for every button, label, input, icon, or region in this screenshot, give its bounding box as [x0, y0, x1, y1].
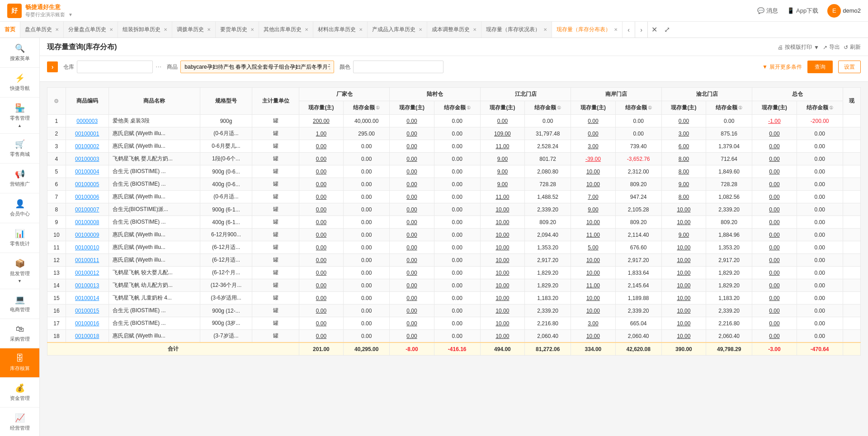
row-yubei-qty[interactable]: 9.00 [661, 178, 706, 191]
row-factory-qty[interactable]: 200.00 [299, 115, 343, 127]
row-yubei-qty[interactable]: 10.00 [661, 254, 706, 267]
tab-cailiao[interactable]: 材料出库单历史 ✕ [313, 22, 368, 38]
row-total-qty[interactable]: 0.00 [752, 127, 797, 140]
row-total-qty[interactable]: 0.00 [752, 178, 797, 191]
row-factory-qty[interactable]: 0.00 [299, 191, 343, 203]
tab-kucun-status[interactable]: 现存量（库存状况表）✕ [481, 22, 552, 38]
row-factory-qty[interactable]: 1.00 [299, 127, 343, 140]
dropdown-icon[interactable]: ▼ [68, 12, 73, 17]
row-yubei-qty[interactable]: 10.00 [661, 216, 706, 229]
row-code[interactable]: 00100016 [66, 317, 108, 330]
tab-close-icon[interactable]: ✕ [55, 27, 59, 32]
row-total-qty[interactable]: 0.00 [752, 267, 797, 279]
sidebar-item-purchase[interactable]: 🛍 采购管理 [0, 319, 39, 348]
tab-close-icon[interactable]: ✕ [250, 27, 254, 32]
row-jiangbei-qty[interactable]: 9.00 [480, 178, 524, 191]
row-code[interactable]: 00100009 [66, 229, 108, 241]
row-lucun-qty[interactable]: 0.00 [390, 191, 434, 203]
row-factory-qty[interactable]: 0.00 [299, 178, 343, 191]
row-jiangbei-qty[interactable]: 11.00 [480, 140, 524, 153]
gear-icon[interactable]: ⚙ [54, 98, 59, 104]
row-lucun-qty[interactable]: 0.00 [390, 165, 434, 178]
export-btn[interactable]: ↗ 导出 [823, 43, 840, 51]
sidebar-item-marketing[interactable]: 📢 营销推广 [0, 164, 39, 193]
row-lucun-qty[interactable]: 0.00 [390, 115, 434, 127]
row-lucun-qty[interactable]: 0.00 [390, 292, 434, 305]
row-lucun-qty[interactable]: 0.00 [390, 203, 434, 216]
row-lucun-qty[interactable]: 0.00 [390, 317, 434, 330]
tab-kucun-dist[interactable]: 现存量（库存分布表）✕ [552, 22, 623, 38]
tab-close-icon[interactable]: ✕ [614, 27, 618, 32]
row-factory-qty[interactable]: 0.00 [299, 203, 343, 216]
row-lucun-qty[interactable]: 0.00 [390, 279, 434, 292]
sidebar-item-nav[interactable]: ⚡ 快捷导航 [0, 68, 39, 98]
row-nanan-qty[interactable]: 10.00 [571, 254, 615, 267]
row-nanan-qty[interactable]: 10.00 [571, 292, 615, 305]
user-area[interactable]: E demo2 [827, 4, 861, 18]
row-total-qty[interactable]: 0.00 [752, 140, 797, 153]
row-nanan-qty[interactable]: 3.00 [571, 140, 615, 153]
row-nanan-qty[interactable]: 10.00 [571, 165, 615, 178]
row-total-qty[interactable]: 0.00 [752, 292, 797, 305]
tab-zuanzhuang[interactable]: 组装拆卸单历史 ✕ [118, 22, 172, 38]
row-code[interactable]: 00100007 [66, 203, 108, 216]
row-nanan-qty[interactable]: 0.00 [571, 115, 615, 127]
tab-chengpin[interactable]: 产成品入库单历史 ✕ [368, 22, 427, 38]
row-factory-qty[interactable]: 0.00 [299, 153, 343, 165]
row-code[interactable]: 00100012 [66, 267, 108, 279]
row-code[interactable]: 00100014 [66, 292, 108, 305]
sidebar-item-member[interactable]: 👤 会员中心 [0, 193, 39, 223]
tab-close-icon[interactable]: ✕ [305, 27, 308, 32]
row-lucun-qty[interactable]: 0.00 [390, 254, 434, 267]
row-code[interactable]: 00100004 [66, 165, 108, 178]
row-code[interactable]: 00100008 [66, 216, 108, 229]
row-yubei-qty[interactable]: 10.00 [661, 241, 706, 254]
row-yubei-qty[interactable]: 0.00 [661, 115, 706, 127]
sidebar-item-inventory[interactable]: 🗄 库存核算 [0, 348, 39, 378]
tab-fenpandian[interactable]: 分量盘点单历史 ✕ [64, 22, 118, 38]
row-yubei-qty[interactable]: 10.00 [661, 203, 706, 216]
tab-expand-btn[interactable]: ⤢ [660, 22, 673, 38]
row-code[interactable]: 00100015 [66, 305, 108, 317]
row-code[interactable]: 00100001 [66, 127, 108, 140]
sidebar-item-stats[interactable]: 📊 零售统计 [0, 223, 39, 253]
row-factory-qty[interactable]: 0.00 [299, 317, 343, 330]
tab-close-all-btn[interactable]: ✕ [648, 22, 660, 38]
row-nanan-qty[interactable]: 10.00 [571, 305, 615, 317]
tab-close-icon[interactable]: ✕ [473, 27, 476, 32]
row-lucun-qty[interactable]: 0.00 [390, 178, 434, 191]
row-jiangbei-qty[interactable]: 10.00 [480, 267, 524, 279]
row-factory-qty[interactable]: 0.00 [299, 229, 343, 241]
sidebar-item-ops[interactable]: 📈 经营管理 [0, 408, 39, 436]
row-yubei-qty[interactable]: 10.00 [661, 305, 706, 317]
row-total-qty[interactable]: 0.00 [752, 229, 797, 241]
row-nanan-qty[interactable]: 10.00 [571, 330, 615, 343]
row-nanan-qty[interactable]: 5.00 [571, 241, 615, 254]
row-total-qty[interactable]: 0.00 [752, 330, 797, 343]
row-jiangbei-qty[interactable]: 11.00 [480, 191, 524, 203]
row-factory-qty[interactable]: 0.00 [299, 292, 343, 305]
row-yubei-qty[interactable]: 3.00 [661, 127, 706, 140]
row-total-qty[interactable]: 0.00 [752, 305, 797, 317]
tab-diaobodali[interactable]: 调拨单历史 ✕ [172, 22, 216, 38]
app-download-btn[interactable]: 📱 App下载 [787, 7, 818, 15]
row-yubei-qty[interactable]: 10.00 [661, 267, 706, 279]
tab-prev-btn[interactable]: ‹ [623, 22, 635, 38]
row-nanan-qty[interactable]: 10.00 [571, 178, 615, 191]
row-nanan-qty[interactable]: 10.00 [571, 216, 615, 229]
row-jiangbei-qty[interactable]: 10.00 [480, 203, 524, 216]
row-jiangbei-qty[interactable]: 9.00 [480, 165, 524, 178]
row-code[interactable]: 00100018 [66, 330, 108, 343]
sidebar-item-search[interactable]: 🔍 搜索英单 [0, 38, 39, 68]
row-total-qty[interactable]: 0.00 [752, 203, 797, 216]
tab-qita[interactable]: 其他出库单历史 ✕ [259, 22, 313, 38]
sidebar-item-finance[interactable]: 💰 资金管理 [0, 378, 39, 408]
sidebar-item-wholesale[interactable]: 📦 批发管理 ▼ [0, 253, 39, 289]
setting-btn[interactable]: 设置 [838, 61, 861, 73]
print-btn[interactable]: 🖨 按模版打印 ▼ [778, 43, 819, 51]
row-jiangbei-qty[interactable]: 0.00 [480, 115, 524, 127]
row-code[interactable]: 00100003 [66, 153, 108, 165]
row-jiangbei-qty[interactable]: 10.00 [480, 305, 524, 317]
row-lucun-qty[interactable]: 0.00 [390, 216, 434, 229]
row-lucun-qty[interactable]: 0.00 [390, 153, 434, 165]
